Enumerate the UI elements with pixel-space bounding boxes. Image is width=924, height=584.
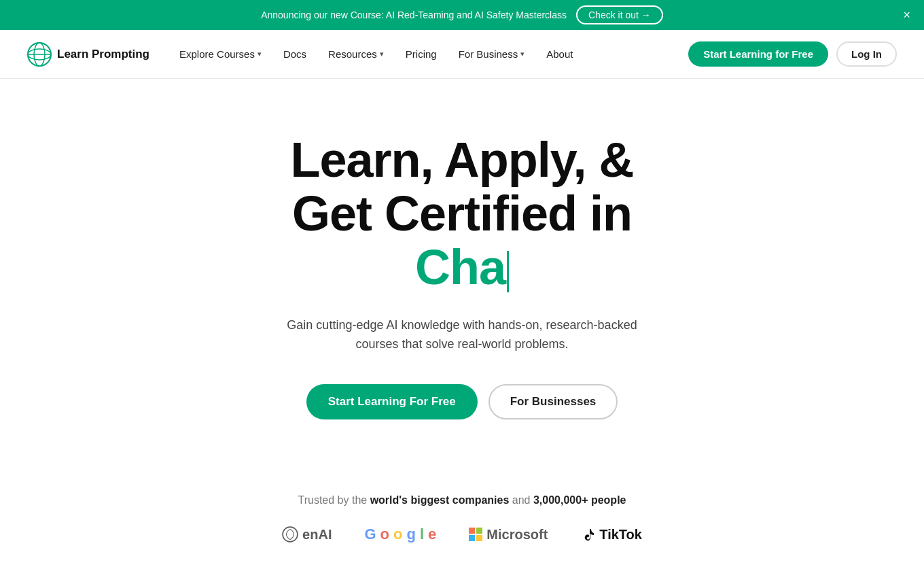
banner-text: Announcing our new Course: AI Red-Teamin… xyxy=(261,10,567,20)
hero-buttons: Start Learning For Free For Businesses xyxy=(306,384,618,419)
hero-start-button[interactable]: Start Learning For Free xyxy=(306,384,478,419)
google-logo: Google xyxy=(364,526,436,543)
microsoft-icon xyxy=(469,528,482,541)
openai-icon xyxy=(282,526,298,543)
chevron-down-icon: ▾ xyxy=(380,50,384,58)
nav-docs[interactable]: Docs xyxy=(274,43,316,65)
microsoft-logo: Microsoft xyxy=(469,527,548,543)
nav-pricing[interactable]: Pricing xyxy=(396,43,446,65)
hero-business-button[interactable]: For Businesses xyxy=(488,384,618,419)
typing-cursor xyxy=(507,251,509,292)
nav-for-business[interactable]: For Business ▾ xyxy=(449,43,535,65)
nav-resources[interactable]: Resources ▾ xyxy=(319,43,393,65)
tiktok-logo: TikTok xyxy=(580,527,642,543)
hero-animated-text: Cha xyxy=(415,240,509,294)
nav-actions: Start Learning for Free Log In xyxy=(688,41,897,67)
chevron-down-icon: ▾ xyxy=(520,50,525,58)
hero-subtitle: Gain cutting-edge AI knowledge with hand… xyxy=(279,315,645,355)
nav-logo-text: Learn Prompting xyxy=(57,48,149,61)
openai-text: enAI xyxy=(302,527,332,543)
trust-logos: enAI Google Microsoft TikTok xyxy=(282,526,642,543)
hero-section: Learn, Apply, & Get Certified in Cha Gai… xyxy=(0,79,924,460)
navbar: Learn Prompting Explore Courses ▾ Docs R… xyxy=(0,30,924,79)
openai-logo: enAI xyxy=(282,526,332,543)
chevron-down-icon: ▾ xyxy=(257,50,262,58)
logo-icon xyxy=(27,42,52,67)
nav-about[interactable]: About xyxy=(537,43,582,65)
nav-login-button[interactable]: Log In xyxy=(836,41,897,67)
trust-section: Trusted by the world's biggest companies… xyxy=(0,460,924,584)
hero-title: Learn, Apply, & Get Certified in Cha xyxy=(290,133,633,295)
trust-text: Trusted by the world's biggest companies… xyxy=(298,494,626,506)
nav-explore-courses[interactable]: Explore Courses ▾ xyxy=(170,43,271,65)
banner-close-button[interactable]: × xyxy=(903,9,910,21)
nav-logo[interactable]: Learn Prompting xyxy=(27,42,149,67)
tiktok-icon xyxy=(580,527,595,542)
banner-cta-button[interactable]: Check it out → xyxy=(576,5,663,24)
announcement-banner: Announcing our new Course: AI Red-Teamin… xyxy=(0,0,924,30)
nav-links: Explore Courses ▾ Docs Resources ▾ Prici… xyxy=(170,43,688,65)
microsoft-text: Microsoft xyxy=(486,527,548,543)
tiktok-text: TikTok xyxy=(599,527,642,543)
nav-start-button[interactable]: Start Learning for Free xyxy=(688,41,828,67)
